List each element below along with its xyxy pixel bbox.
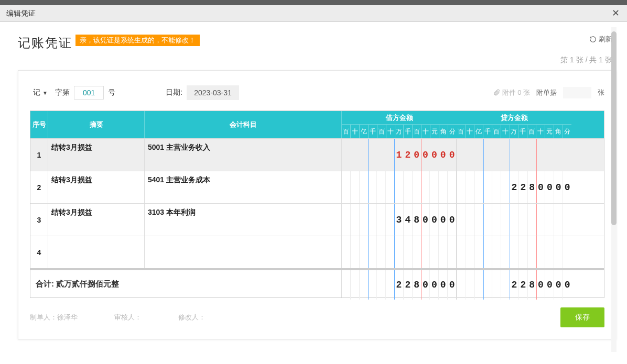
row-debit-amount[interactable] xyxy=(342,236,457,268)
amount-digit: 0 xyxy=(421,204,430,236)
totals-label-words: 贰万贰仟捌佰元整 xyxy=(56,279,119,289)
refresh-icon xyxy=(589,36,597,43)
row-account[interactable]: 5001 主营业务收入 xyxy=(145,139,342,171)
amount-digit xyxy=(386,139,395,171)
amount-digit xyxy=(501,139,510,171)
voucher-type-select[interactable]: 记 ▼ xyxy=(30,86,51,100)
amount-digit xyxy=(369,171,377,203)
vertical-scrollbar[interactable] xyxy=(611,27,617,350)
unit-header: 百 xyxy=(377,125,386,138)
amount-digit xyxy=(360,270,369,300)
amount-digit: 0 xyxy=(439,270,448,300)
amount-digit: 2 xyxy=(404,139,413,171)
amount-digit xyxy=(360,204,369,236)
unit-header: 百 xyxy=(457,125,466,138)
amount-digit xyxy=(351,204,360,236)
amount-digit xyxy=(457,171,466,203)
attachment-link[interactable]: 附件 0 张 xyxy=(493,88,530,97)
date-input[interactable]: 2023-03-31 xyxy=(187,85,239,100)
amount-digit: 0 xyxy=(537,270,546,300)
amount-digit xyxy=(501,204,510,236)
row-credit-amount[interactable]: 2280000 xyxy=(457,171,571,203)
row-account[interactable] xyxy=(145,236,342,268)
row-summary[interactable]: 结转3月损益 xyxy=(48,139,145,171)
amount-digit xyxy=(457,270,466,300)
amount-digit xyxy=(342,270,351,300)
row-debit-amount[interactable] xyxy=(342,171,457,203)
row-summary[interactable] xyxy=(48,236,145,268)
table-header: 序号 摘要 会计科目 借方金额 百十亿千百十万千百十元角分 贷方金额 百十亿千百… xyxy=(30,111,604,138)
amount-digit xyxy=(360,139,369,171)
sheet-count-input[interactable] xyxy=(563,87,591,98)
unit-header: 百 xyxy=(492,125,501,138)
amount-digit xyxy=(484,270,493,300)
voucher-number-prefix: 字第 xyxy=(55,88,70,97)
amount-digit: 2 xyxy=(395,270,404,300)
unit-header: 百 xyxy=(342,125,351,138)
col-credit: 贷方金额 百十亿千百十万千百十元角分 xyxy=(457,111,571,138)
unit-header: 万 xyxy=(395,125,404,138)
amount-digit xyxy=(395,171,404,203)
amount-digit: 4 xyxy=(404,204,413,236)
row-credit-amount[interactable] xyxy=(457,236,571,268)
scroll-thumb[interactable] xyxy=(611,31,617,225)
amount-digit xyxy=(545,204,554,236)
voucher-number-input[interactable]: 001 xyxy=(74,86,104,100)
amount-digit xyxy=(457,204,466,236)
amount-digit: 0 xyxy=(554,171,563,203)
amount-digit: 0 xyxy=(421,139,430,171)
row-debit-amount[interactable]: 1200000 xyxy=(342,139,457,171)
save-button[interactable]: 保存 xyxy=(560,307,604,327)
amount-digit: 0 xyxy=(448,139,456,171)
maker-name: 徐泽华 xyxy=(57,313,78,321)
table-row[interactable]: 3结转3月损益3103 本年利润3480000 xyxy=(30,203,604,236)
amount-digit xyxy=(439,171,448,203)
row-credit-amount[interactable] xyxy=(457,139,571,171)
close-icon[interactable]: ✕ xyxy=(612,7,620,19)
table-row[interactable]: 4 xyxy=(30,236,604,268)
amount-digit xyxy=(430,171,439,203)
unit-header: 十 xyxy=(466,125,474,138)
unit-header: 分 xyxy=(563,125,571,138)
table-row[interactable]: 1结转3月损益5001 主营业务收入1200000 xyxy=(30,138,604,171)
amount-digit xyxy=(537,139,546,171)
row-account[interactable]: 5401 主营业务成本 xyxy=(145,171,342,203)
row-debit-amount[interactable]: 3480000 xyxy=(342,204,457,236)
amount-digit xyxy=(466,270,475,300)
unit-header: 十 xyxy=(501,125,510,138)
amount-digit: 0 xyxy=(448,270,456,300)
amount-digit xyxy=(369,139,377,171)
amount-digit xyxy=(421,171,430,203)
table-row[interactable]: 2结转3月损益5401 主营业务成本2280000 xyxy=(30,171,604,203)
col-index: 序号 xyxy=(30,111,48,138)
col-credit-label: 贷方金额 xyxy=(457,111,571,125)
row-credit-amount[interactable] xyxy=(457,204,571,236)
maker-field: 制单人：徐泽华 xyxy=(30,313,78,322)
amount-digit xyxy=(395,236,404,268)
row-index: 4 xyxy=(30,236,48,268)
col-account: 会计科目 xyxy=(145,111,342,138)
modal-title: 编辑凭证 xyxy=(6,9,36,18)
unit-header: 十 xyxy=(386,125,395,138)
amount-digit xyxy=(501,171,510,203)
col-summary: 摘要 xyxy=(48,111,145,138)
amount-digit: 0 xyxy=(439,204,448,236)
totals-credit-amount: 2280000 xyxy=(457,270,571,300)
row-summary[interactable]: 结转3月损益 xyxy=(48,171,145,203)
unit-header: 十 xyxy=(536,125,545,138)
amount-digit xyxy=(404,171,413,203)
auditor-field: 审核人： xyxy=(114,313,142,322)
row-summary[interactable]: 结转3月损益 xyxy=(48,204,145,236)
amount-digit xyxy=(369,270,377,300)
amount-digit xyxy=(554,236,563,268)
amount-digit xyxy=(448,236,456,268)
amount-digit xyxy=(475,139,484,171)
unit-header: 角 xyxy=(439,125,448,138)
row-account[interactable]: 3103 本年利润 xyxy=(145,204,342,236)
voucher-table: 序号 摘要 会计科目 借方金额 百十亿千百十万千百十元角分 贷方金额 百十亿千百… xyxy=(30,111,604,298)
amount-digit: 2 xyxy=(510,171,519,203)
amount-digit xyxy=(386,171,395,203)
amount-digit xyxy=(351,236,360,268)
amount-digit xyxy=(466,236,475,268)
amount-digit xyxy=(377,204,386,236)
